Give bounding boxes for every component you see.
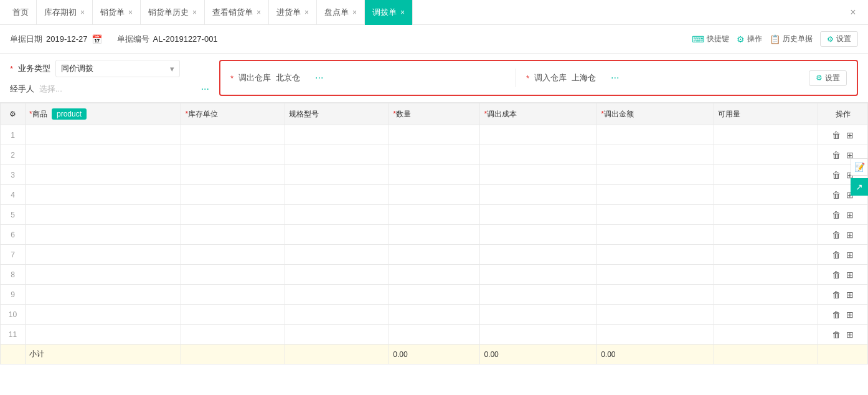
row-available[interactable]	[714, 205, 818, 225]
row-amount[interactable]	[597, 145, 714, 165]
row-product[interactable]	[26, 245, 181, 265]
tab-purchase[interactable]: 进货单 ×	[269, 0, 317, 25]
row-qty[interactable]	[389, 265, 480, 285]
scan-button[interactable]: product	[52, 108, 87, 120]
row-qty[interactable]	[389, 305, 480, 325]
calendar-icon[interactable]: 📅	[92, 34, 102, 44]
row-available[interactable]	[714, 245, 818, 265]
tab-sales-order[interactable]: 销货单 ×	[93, 0, 141, 25]
row-qty[interactable]	[389, 325, 480, 345]
row-amount[interactable]	[597, 285, 714, 305]
row-spec[interactable]	[285, 325, 389, 345]
copy-button[interactable]: ⊞	[844, 250, 856, 260]
delete-button[interactable]: 🗑	[830, 230, 842, 240]
row-spec[interactable]	[285, 225, 389, 245]
delete-button[interactable]: 🗑	[830, 250, 842, 260]
delete-button[interactable]: 🗑	[830, 170, 842, 180]
row-spec[interactable]	[285, 245, 389, 265]
copy-button[interactable]: ⊞	[844, 290, 856, 300]
row-spec[interactable]	[285, 185, 389, 205]
row-qty[interactable]	[389, 225, 480, 245]
row-amount[interactable]	[597, 305, 714, 325]
row-amount[interactable]	[597, 225, 714, 245]
row-product[interactable]	[26, 145, 181, 165]
close-icon[interactable]: ×	[257, 9, 261, 16]
row-spec[interactable]	[285, 265, 389, 285]
row-product[interactable]	[26, 165, 181, 185]
delete-button[interactable]: 🗑	[830, 270, 842, 280]
row-unit[interactable]	[181, 305, 285, 325]
setting-button[interactable]: ⚙ 设置	[820, 31, 858, 47]
row-amount[interactable]	[597, 205, 714, 225]
row-available[interactable]	[714, 185, 818, 205]
row-amount[interactable]	[597, 245, 714, 265]
row-qty[interactable]	[389, 145, 480, 165]
close-icon[interactable]: ×	[192, 9, 197, 16]
tab-transfer[interactable]: 调拨单 ×	[365, 0, 413, 25]
close-icon[interactable]: ×	[352, 9, 357, 16]
row-spec[interactable]	[285, 145, 389, 165]
row-spec[interactable]	[285, 285, 389, 305]
row-available[interactable]	[714, 305, 818, 325]
row-unit[interactable]	[181, 225, 285, 245]
row-qty[interactable]	[389, 125, 480, 145]
row-amount[interactable]	[597, 125, 714, 145]
row-qty[interactable]	[389, 205, 480, 225]
row-unit[interactable]	[181, 245, 285, 265]
row-product[interactable]	[26, 225, 181, 245]
copy-button[interactable]: ⊞	[844, 310, 856, 320]
th-settings[interactable]: ⚙	[1, 103, 26, 125]
warehouse-in-more-button[interactable]: ···	[611, 72, 619, 83]
row-available[interactable]	[714, 125, 818, 145]
row-unit[interactable]	[181, 125, 285, 145]
row-qty[interactable]	[389, 165, 480, 185]
delete-button[interactable]: 🗑	[830, 190, 842, 200]
row-unit[interactable]	[181, 185, 285, 205]
row-product[interactable]	[26, 205, 181, 225]
row-cost[interactable]	[480, 125, 597, 145]
row-spec[interactable]	[285, 305, 389, 325]
row-cost[interactable]	[480, 305, 597, 325]
delete-button[interactable]: 🗑	[830, 130, 842, 140]
delete-button[interactable]: 🗑	[830, 330, 842, 340]
business-type-select[interactable]: 同价调拨 ▾	[55, 60, 180, 77]
row-qty[interactable]	[389, 285, 480, 305]
copy-button[interactable]: ⊞	[844, 230, 856, 240]
delete-button[interactable]: 🗑	[830, 290, 842, 300]
tab-inventory-init[interactable]: 库存期初 ×	[37, 0, 93, 25]
close-icon[interactable]: ×	[128, 9, 133, 16]
row-unit[interactable]	[181, 165, 285, 185]
sidebar-note-button[interactable]: 📝	[851, 158, 868, 176]
shortcut-action[interactable]: ⌨ 快捷键	[692, 34, 729, 44]
warehouse-out-more-button[interactable]: ···	[315, 72, 323, 83]
delete-button[interactable]: 🗑	[830, 150, 842, 160]
row-cost[interactable]	[480, 325, 597, 345]
copy-button[interactable]: ⊞	[844, 210, 856, 220]
row-available[interactable]	[714, 325, 818, 345]
row-amount[interactable]	[597, 165, 714, 185]
copy-button[interactable]: ⊞	[844, 130, 856, 140]
row-spec[interactable]	[285, 165, 389, 185]
history-action[interactable]: 📋 历史单据	[770, 34, 813, 44]
row-product[interactable]	[26, 285, 181, 305]
close-icon[interactable]: ×	[400, 9, 405, 16]
warehouse-setting-button[interactable]: ⚙ 设置	[809, 70, 847, 86]
row-qty[interactable]	[389, 185, 480, 205]
row-product[interactable]	[26, 305, 181, 325]
row-available[interactable]	[714, 285, 818, 305]
close-icon[interactable]: ×	[304, 9, 309, 16]
row-cost[interactable]	[480, 285, 597, 305]
row-unit[interactable]	[181, 285, 285, 305]
row-unit[interactable]	[181, 265, 285, 285]
row-amount[interactable]	[597, 325, 714, 345]
row-spec[interactable]	[285, 205, 389, 225]
row-cost[interactable]	[480, 265, 597, 285]
row-cost[interactable]	[480, 165, 597, 185]
handler-more-button[interactable]: ···	[201, 83, 209, 95]
tab-sales-history[interactable]: 销货单历史 ×	[141, 0, 205, 25]
tab-view-sales[interactable]: 查看销货单 ×	[205, 0, 269, 25]
handler-input[interactable]: 选择...	[39, 83, 62, 95]
row-unit[interactable]	[181, 325, 285, 345]
row-available[interactable]	[714, 225, 818, 245]
row-unit[interactable]	[181, 145, 285, 165]
